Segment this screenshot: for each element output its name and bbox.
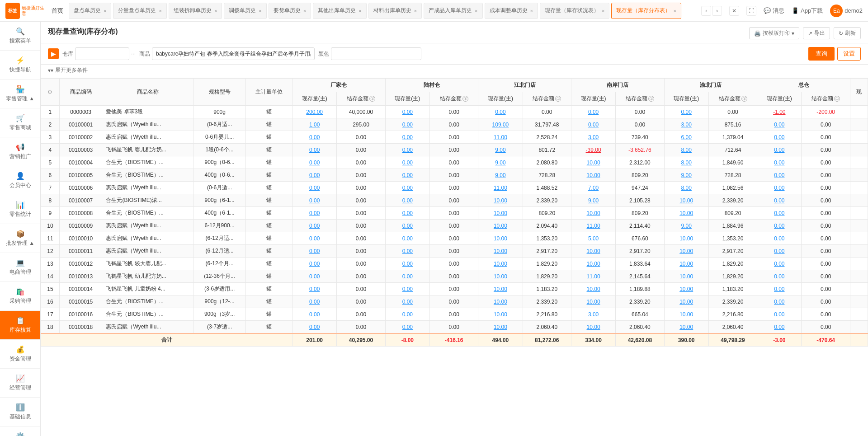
cell-yb-qty[interactable]: 10.00 xyxy=(664,232,708,245)
cell-jb-qty[interactable]: 10.00 xyxy=(478,258,523,270)
cell-l-qty[interactable]: 0.00 xyxy=(385,321,429,334)
cell-yb-qty[interactable]: 0.00 xyxy=(664,106,708,118)
cell-f-qty[interactable]: 0.00 xyxy=(292,283,337,295)
sidebar-item-5[interactable]: 👤会员中心 xyxy=(0,166,40,195)
cell-yb-qty[interactable]: 10.00 xyxy=(664,308,708,321)
tab-close-icon-5[interactable]: × xyxy=(359,8,361,14)
cell-jb-qty[interactable]: 9.00 xyxy=(478,156,523,169)
cell-jb-qty[interactable]: 11.00 xyxy=(478,182,523,194)
cell-yb-qty[interactable]: 10.00 xyxy=(664,283,708,295)
cell-f-qty[interactable]: 0.00 xyxy=(292,182,337,194)
cell-jb-qty[interactable]: 10.00 xyxy=(478,207,523,220)
cell-f-qty[interactable]: 0.00 xyxy=(292,131,337,144)
cell-tot-qty[interactable]: 0.00 xyxy=(757,232,802,245)
cell-na-qty[interactable]: 10.00 xyxy=(571,207,616,220)
cell-na-qty[interactable]: 11.00 xyxy=(571,220,616,232)
cell-na-qty[interactable]: 11.00 xyxy=(571,270,616,283)
cell-yb-qty[interactable]: 10.00 xyxy=(664,207,708,220)
cell-na-qty[interactable]: 0.00 xyxy=(571,118,616,131)
sidebar-item-9[interactable]: 🛍️采购管理 xyxy=(0,282,40,311)
cell-l-qty[interactable]: 0.00 xyxy=(385,156,429,169)
cell-na-qty[interactable]: -39.00 xyxy=(571,144,616,156)
cell-na-qty[interactable]: 10.00 xyxy=(571,295,616,308)
cell-na-qty[interactable]: 9.00 xyxy=(571,194,616,207)
tab-close-icon-2[interactable]: × xyxy=(214,8,217,14)
tab-close-icon-8[interactable]: × xyxy=(530,8,533,14)
cell-tot-qty[interactable]: 0.00 xyxy=(757,169,802,182)
cell-l-qty[interactable]: 0.00 xyxy=(385,270,429,283)
cell-jb-qty[interactable]: 11.00 xyxy=(478,131,523,144)
tab-5[interactable]: 其他出库单历史× xyxy=(313,3,366,19)
user-area[interactable]: Ea demo2 xyxy=(830,5,863,17)
cell-l-qty[interactable]: 0.00 xyxy=(385,131,429,144)
cell-na-qty[interactable]: 10.00 xyxy=(571,321,616,334)
cell-jb-qty[interactable]: 9.00 xyxy=(478,144,523,156)
cell-jb-qty[interactable]: 10.00 xyxy=(478,321,523,334)
cell-f-qty[interactable]: 0.00 xyxy=(292,308,337,321)
cell-f-qty[interactable]: 200.00 xyxy=(292,106,337,118)
cell-jb-qty[interactable]: 10.00 xyxy=(478,308,523,321)
tab-0[interactable]: 盘点单历史× xyxy=(69,3,111,19)
na-amt-info-icon[interactable]: ① xyxy=(648,96,654,102)
cell-f-qty[interactable]: 0.00 xyxy=(292,295,337,308)
cell-jb-qty[interactable]: 10.00 xyxy=(478,283,523,295)
cell-na-qty[interactable]: 3.00 xyxy=(571,131,616,144)
export-button[interactable]: ↗ 导出 xyxy=(803,27,830,39)
cell-tot-qty[interactable]: 0.00 xyxy=(757,270,802,283)
cell-jb-qty[interactable]: 10.00 xyxy=(478,295,523,308)
f-amt-info-icon[interactable]: ① xyxy=(369,96,375,102)
yb-amt-info-icon[interactable]: ① xyxy=(741,96,747,102)
cell-jb-qty[interactable]: 10.00 xyxy=(478,232,523,245)
cell-yb-qty[interactable]: 8.00 xyxy=(664,156,708,169)
cell-jb-qty[interactable]: 10.00 xyxy=(478,194,523,207)
cell-jb-qty[interactable]: 9.00 xyxy=(478,169,523,182)
tab-6[interactable]: 材料出库单历史× xyxy=(368,3,422,19)
cell-f-qty[interactable]: 0.00 xyxy=(292,245,337,258)
cell-jb-qty[interactable]: 0.00 xyxy=(478,106,523,118)
cell-f-qty[interactable]: 0.00 xyxy=(292,220,337,232)
close-tabs-button[interactable]: ✕ xyxy=(729,6,739,16)
cell-tot-qty[interactable]: 0.00 xyxy=(757,118,802,131)
cell-tot-qty[interactable]: 0.00 xyxy=(757,207,802,220)
cell-f-qty[interactable]: 0.00 xyxy=(292,194,337,207)
cell-tot-qty[interactable]: 0.00 xyxy=(757,258,802,270)
cell-f-qty[interactable]: 0.00 xyxy=(292,156,337,169)
cell-f-qty[interactable]: 0.00 xyxy=(292,270,337,283)
tab-close-icon-10[interactable]: × xyxy=(673,8,676,14)
sidebar-item-10[interactable]: 📋库存核算 xyxy=(0,311,40,340)
sidebar-item-8[interactable]: 💻电商管理 xyxy=(0,253,40,282)
cell-yb-qty[interactable]: 9.00 xyxy=(664,220,708,232)
cell-na-qty[interactable]: 3.00 xyxy=(571,308,616,321)
message-button[interactable]: 💬 消息 xyxy=(764,7,784,15)
warehouse-input[interactable] xyxy=(75,47,129,60)
cell-f-qty[interactable]: 0.00 xyxy=(292,169,337,182)
settings-button[interactable]: 设置 xyxy=(837,47,861,61)
sidebar-item-7[interactable]: 📦批发管理 ▲ xyxy=(0,224,40,253)
cell-l-qty[interactable]: 0.00 xyxy=(385,220,429,232)
sidebar-item-12[interactable]: 📈经营管理 xyxy=(0,369,40,398)
tab-8[interactable]: 成本调整单历史× xyxy=(485,3,538,19)
cell-yb-qty[interactable]: 6.00 xyxy=(664,131,708,144)
cell-yb-qty[interactable]: 3.00 xyxy=(664,118,708,131)
cell-yb-qty[interactable]: 10.00 xyxy=(664,258,708,270)
cell-na-qty[interactable]: 10.00 xyxy=(571,283,616,295)
cell-f-qty[interactable]: 0.00 xyxy=(292,207,337,220)
cell-yb-qty[interactable]: 10.00 xyxy=(664,321,708,334)
cell-yb-qty[interactable]: 10.00 xyxy=(664,295,708,308)
sidebar-item-6[interactable]: 📊零售统计 xyxy=(0,195,40,224)
sidebar-item-4[interactable]: 📢营销推广 xyxy=(0,137,40,166)
cell-f-qty[interactable]: 0.00 xyxy=(292,258,337,270)
cell-tot-qty[interactable]: 0.00 xyxy=(757,131,802,144)
tab-10[interactable]: 现存量（库存分布表）× xyxy=(611,3,681,19)
tab-close-icon-3[interactable]: × xyxy=(259,8,261,14)
cell-tot-qty[interactable]: -1.00 xyxy=(757,106,802,118)
cell-jb-qty[interactable]: 10.00 xyxy=(478,270,523,283)
sidebar-item-13[interactable]: ℹ️基础信息 xyxy=(0,398,40,427)
cell-l-qty[interactable]: 0.00 xyxy=(385,283,429,295)
tab-home[interactable]: 首页 xyxy=(46,7,69,15)
cell-l-qty[interactable]: 0.00 xyxy=(385,245,429,258)
cell-f-qty[interactable]: 0.00 xyxy=(292,232,337,245)
cell-tot-qty[interactable]: 0.00 xyxy=(757,283,802,295)
goods-input[interactable] xyxy=(152,47,315,60)
tab-close-icon-9[interactable]: × xyxy=(602,8,604,14)
